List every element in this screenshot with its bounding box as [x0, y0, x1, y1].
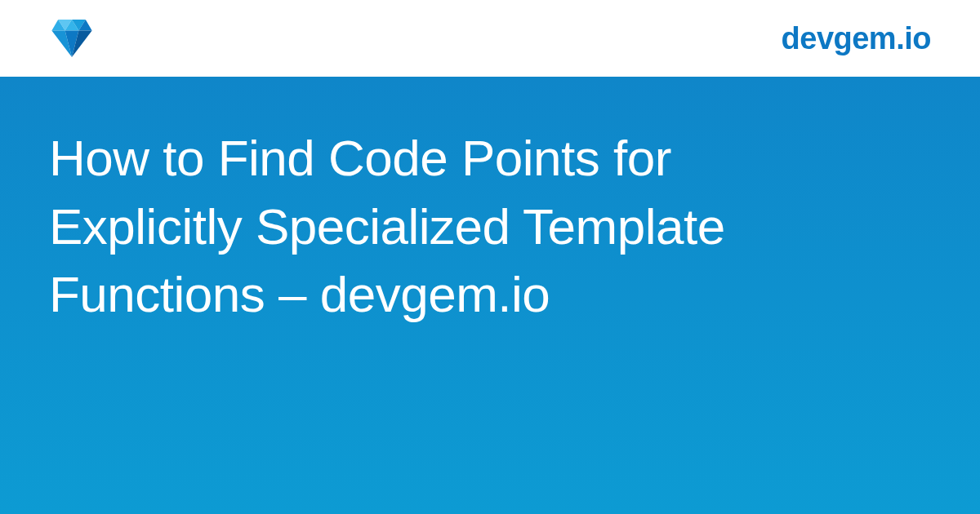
- gem-icon: [49, 20, 95, 57]
- page-title: How to Find Code Points for Explicitly S…: [49, 124, 833, 329]
- header: devgem.io: [0, 0, 980, 77]
- brand-text: devgem.io: [782, 21, 931, 56]
- hero: How to Find Code Points for Explicitly S…: [0, 77, 980, 514]
- logo: [49, 20, 95, 57]
